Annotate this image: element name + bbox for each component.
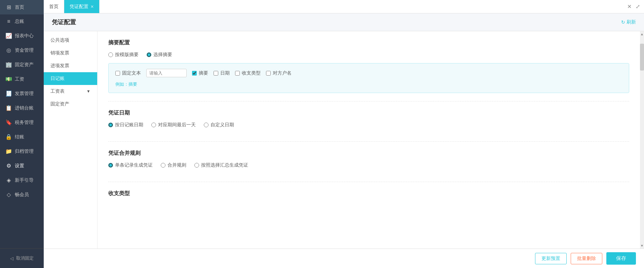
sidebar-item-guide[interactable]: ◈ 新手引导: [0, 173, 44, 187]
sidebar-item-funds[interactable]: ◎ 资金管理: [0, 43, 44, 57]
voucher-merge-section: 凭证合并规则 单条记录生成凭证 合并规则 按照选择汇总生成凭证: [108, 150, 629, 182]
archive-icon: 📁: [5, 148, 12, 154]
sidebar-item-label: 工资: [15, 76, 24, 82]
sidebar-item-label: 进销台账: [15, 105, 34, 111]
left-nav-item-payroll-table[interactable]: 工资表 ▼: [44, 85, 97, 98]
payroll-icon: 💵: [5, 76, 12, 82]
batch-delete-button[interactable]: 批量删除: [571, 253, 602, 264]
radio-template-summary-label: 按模版摘要: [115, 52, 139, 58]
sidebar-item-label: 畅会员: [15, 192, 29, 198]
pin-icon: ◁: [10, 256, 13, 261]
custom-date-label: 自定义日期: [211, 122, 234, 128]
refresh-icon: ↻: [621, 19, 625, 25]
example-text: 例如：摘要: [115, 81, 622, 87]
closing-icon: 🔒: [5, 134, 12, 140]
sidebar-item-payroll[interactable]: 💵 工资: [0, 72, 44, 86]
sidebar-item-tax[interactable]: 🔖 税务管理: [0, 115, 44, 130]
left-nav-item-fixed-assets[interactable]: 固定资产: [44, 98, 97, 110]
sidebar-item-member[interactable]: ◇ 畅会员: [0, 187, 44, 202]
sidebar-item-report[interactable]: 📈 报表中心: [0, 29, 44, 43]
sidebar-item-closing[interactable]: 🔒 结账: [0, 130, 44, 144]
update-preview-button[interactable]: 更新预置: [535, 253, 567, 264]
sidebar-item-archive[interactable]: 📁 归档管理: [0, 144, 44, 159]
report-icon: 📈: [5, 33, 12, 39]
scrollbar-thumb[interactable]: [640, 44, 644, 71]
sidebar-item-settings[interactable]: ⚙ 设置: [0, 159, 44, 173]
voucher-merge-radio-group: 单条记录生成凭证 合并规则 按照选择汇总生成凭证: [108, 162, 629, 168]
sidebar-item-label: 结账: [15, 134, 24, 140]
radio-merge-rule[interactable]: 合并规则: [161, 162, 186, 168]
voucher-date-radio-group: 按日记账日期 对应期间最后一天 自定义日期: [108, 122, 629, 128]
checkbox-income-type[interactable]: 收支类型: [235, 70, 261, 76]
checkbox-summary[interactable]: 摘要: [192, 70, 208, 76]
home-icon: ⊞: [5, 4, 12, 10]
tax-icon: 🔖: [5, 119, 12, 126]
left-nav-item-journal[interactable]: 日记账: [44, 72, 97, 85]
summary-config-section: 摘要配置 按模版摘要 选择摘要 固定文本: [108, 39, 629, 101]
sidebar-item-home[interactable]: ⊞ 首页: [0, 0, 44, 14]
voucher-merge-title: 凭证合并规则: [108, 150, 629, 157]
select-merge-label: 按照选择汇总生成凭证: [201, 162, 248, 168]
sidebar: ⊞ 首页 ≡ 总账 📈 报表中心 ◎ 资金管理 🏢 固定资产 💵 工资 🧾 发票…: [0, 0, 44, 268]
counter-party-label: 对方户名: [273, 70, 292, 76]
ledger-icon: ≡: [5, 18, 12, 25]
summary-radio-group: 按模版摘要 选择摘要: [108, 52, 629, 58]
tab-voucher-config[interactable]: 凭证配置 ✕: [64, 0, 100, 13]
left-nav: 公共选项 销项发票 进项发票 日记账 工资表 ▼ 固定资产: [44, 31, 98, 249]
fixed-text-input[interactable]: [146, 69, 187, 77]
radio-template-summary[interactable]: 按模版摘要: [108, 52, 139, 58]
sidebar-item-assets[interactable]: 🏢 固定资产: [0, 57, 44, 72]
checkbox-date[interactable]: 日期: [214, 70, 230, 76]
close-icon[interactable]: ✕: [90, 4, 94, 9]
radio-select-summary-label: 选择摘要: [153, 52, 172, 58]
radio-last-day[interactable]: 对应期间最后一天: [151, 122, 196, 128]
sidebar-item-label: 固定资产: [15, 62, 34, 68]
voucher-date-section: 凭证日期 按日记账日期 对应期间最后一天 自定义日期: [108, 109, 629, 142]
guide-icon: ◈: [5, 177, 12, 183]
radio-select-merge[interactable]: 按照选择汇总生成凭证: [194, 162, 248, 168]
left-nav-item-purchase-invoice[interactable]: 进项发票: [44, 59, 97, 72]
summary-config-title: 摘要配置: [108, 39, 629, 46]
scrollbar-down-arrow[interactable]: ▼: [640, 243, 644, 249]
scrollbar-up-arrow[interactable]: ▲: [640, 31, 644, 37]
left-nav-item-sales-invoice[interactable]: 销项发票: [44, 47, 97, 59]
sidebar-item-label: 首页: [15, 4, 24, 10]
invoice-icon: 🧾: [5, 90, 12, 97]
window-resize-icon[interactable]: ⤢: [636, 3, 640, 10]
unpin-button[interactable]: ◁ 取消固定: [0, 251, 44, 265]
sidebar-item-ledger[interactable]: ≡ 总账: [0, 14, 44, 29]
last-day-label: 对应期间最后一天: [158, 122, 196, 128]
scrollbar-track[interactable]: ▲ ▼: [640, 31, 644, 249]
income-type-section: 收支类型: [108, 190, 629, 211]
income-type-title: 收支类型: [108, 190, 629, 197]
checkbox-counter-party[interactable]: 对方户名: [266, 70, 292, 76]
tab-home[interactable]: 首页: [44, 0, 64, 13]
window-close-icon[interactable]: ✕: [627, 3, 632, 10]
summary-label: 摘要: [199, 70, 208, 76]
save-button[interactable]: 保存: [606, 252, 636, 265]
page-header: 凭证配置 ↻ 刷新: [44, 13, 644, 31]
page-title: 凭证配置: [52, 18, 76, 26]
fixed-text-label: 固定文本: [122, 70, 141, 76]
action-bar: 更新预置 批量删除 保存: [44, 249, 644, 268]
sidebar-item-trading[interactable]: 📋 进销台账: [0, 101, 44, 115]
left-nav-item-public[interactable]: 公共选项: [44, 34, 97, 47]
voucher-date-title: 凭证日期: [108, 109, 629, 117]
radio-single-record[interactable]: 单条记录生成凭证: [108, 162, 153, 168]
sidebar-item-label: 税务管理: [15, 120, 34, 126]
checkbox-row: 固定文本 摘要 日期 收支类型: [115, 69, 622, 77]
radio-select-summary[interactable]: 选择摘要: [147, 52, 172, 58]
sidebar-item-invoice[interactable]: 🧾 发票管理: [0, 86, 44, 101]
main-area: 首页 凭证配置 ✕ ✕ ⤢ 凭证配置 ↻ 刷新 公共选项 销项发票 进: [44, 0, 644, 268]
sidebar-item-label: 归档管理: [15, 148, 34, 154]
trading-icon: 📋: [5, 105, 12, 111]
sidebar-item-label: 总账: [15, 18, 24, 25]
single-record-label: 单条记录生成凭证: [115, 162, 153, 168]
window-controls: ✕ ⤢: [627, 3, 644, 10]
radio-by-journal-date[interactable]: 按日记账日期: [108, 122, 143, 128]
sidebar-item-label: 发票管理: [15, 91, 34, 97]
checkbox-fixed-text[interactable]: 固定文本: [115, 70, 141, 76]
radio-custom-date[interactable]: 自定义日期: [204, 122, 234, 128]
refresh-button[interactable]: ↻ 刷新: [621, 19, 636, 25]
sidebar-item-label: 报表中心: [15, 33, 34, 39]
